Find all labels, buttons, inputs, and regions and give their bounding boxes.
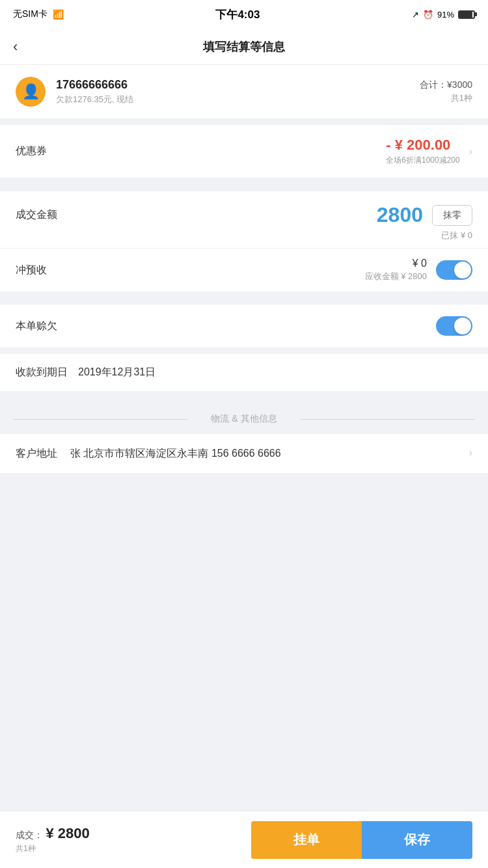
coupon-right: - ¥ 200.00 全场6折满1000减200 › [386, 137, 472, 166]
save-button[interactable]: 保存 [362, 821, 472, 859]
user-debt: 欠款1276.35元, 现结 [56, 94, 133, 105]
battery-text: 91% [437, 10, 454, 20]
total-value: ¥3000 [447, 79, 472, 90]
address-label: 客户地址 [16, 446, 57, 461]
address-value: 张 北京市市辖区海淀区永丰南 156 6666 6666 [70, 446, 463, 461]
deal-amount-row: 成交金额 2800 抹零 [16, 203, 472, 227]
status-bar: 无SIM卡 📶 下午4:03 ↗ ⏰ 91% [0, 0, 488, 29]
bottom-deal-count: 共1种 [16, 843, 251, 854]
deal-amount-value: 2800 [377, 203, 423, 227]
back-button[interactable]: ‹ [13, 33, 25, 61]
status-right: ↗ ⏰ 91% [412, 10, 475, 20]
total-count: 共1种 [420, 92, 472, 104]
location-icon: ↗ [412, 10, 419, 20]
user-card: 👤 17666666666 欠款1276.35元, 现结 合计：¥3000 共1… [0, 65, 488, 118]
address-chevron-icon: › [469, 446, 472, 459]
user-total: 合计：¥3000 共1种 [420, 79, 472, 104]
debt-toggle-knob [454, 318, 471, 334]
status-left: 无SIM卡 📶 [13, 8, 64, 20]
prereceive-section: 冲预收 ¥ 0 应收金额 ¥ 2800 [0, 249, 488, 292]
coupon-label: 优惠券 [16, 144, 47, 158]
coupon-row[interactable]: 优惠券 - ¥ 200.00 全场6折满1000减200 › [0, 125, 488, 178]
bottom-bar: 成交： ¥ 2800 共1种 挂单 保存 [0, 811, 488, 868]
user-phone: 17666666666 [56, 78, 133, 92]
deal-amount-section: 成交金额 2800 抹零 已抹 ¥ 0 [0, 191, 488, 248]
bottom-deal-label: 成交： [16, 830, 43, 840]
section-divider-2 [0, 298, 488, 305]
page-title: 填写结算等信息 [203, 39, 285, 55]
debt-label: 本单赊欠 [16, 319, 57, 333]
address-section[interactable]: 客户地址 张 北京市市辖区海淀区永丰南 156 6666 6666 › [0, 434, 488, 473]
duedate-label: 收款到期日 [16, 366, 68, 379]
hang-button[interactable]: 挂单 [251, 821, 362, 859]
carrier-text: 无SIM卡 [13, 8, 47, 20]
round-button[interactable]: 抹零 [432, 205, 472, 226]
prereceive-receivable: 应收金额 ¥ 2800 [365, 271, 427, 282]
deal-amount-label: 成交金额 [16, 208, 57, 222]
prereceive-amount-area: ¥ 0 应收金额 ¥ 2800 [365, 258, 427, 282]
user-info: 17666666666 欠款1276.35元, 现结 [56, 78, 133, 105]
debt-toggle[interactable] [436, 316, 472, 336]
coupon-amount: - ¥ 200.00 [386, 137, 459, 154]
section-divider-3 [0, 398, 488, 404]
logistics-divider: 物流 & 其他信息 [0, 404, 488, 434]
gray-empty-area [0, 473, 488, 603]
content-area: 👤 17666666666 欠款1276.35元, 现结 合计：¥3000 共1… [0, 65, 488, 668]
debt-section: 本单赊欠 [0, 305, 488, 347]
chevron-right-icon: › [469, 146, 472, 157]
logistics-text: 物流 & 其他信息 [211, 413, 277, 425]
nav-bar: ‹ 填写结算等信息 [0, 29, 488, 65]
logistics-line-left [13, 419, 187, 420]
toggle-knob [454, 262, 471, 278]
prereceive-amount: ¥ 0 [365, 258, 427, 269]
deal-sub-text: 已抹 ¥ 0 [16, 230, 472, 241]
avatar-icon: 👤 [22, 83, 40, 100]
logistics-line-right [301, 419, 475, 420]
prereceive-right: ¥ 0 应收金额 ¥ 2800 [365, 258, 472, 282]
avatar: 👤 [16, 77, 46, 107]
prereceive-toggle[interactable] [436, 260, 472, 280]
coupon-detail: 全场6折满1000减200 [386, 155, 459, 166]
battery-icon [458, 10, 475, 19]
section-divider-1 [0, 178, 488, 185]
prereceive-label: 冲预收 [16, 264, 47, 277]
bottom-buttons: 挂单 保存 [251, 821, 472, 859]
total-label: 合计：¥3000 [420, 79, 472, 91]
deal-amount-area: 2800 抹零 [377, 203, 472, 227]
duedate-section: 收款到期日 2019年12月31日 [0, 354, 488, 391]
bottom-deal-info: 成交： ¥ 2800 共1种 [16, 825, 251, 854]
duedate-value: 2019年12月31日 [78, 366, 156, 379]
wifi-icon: 📶 [53, 9, 64, 20]
user-left: 👤 17666666666 欠款1276.35元, 现结 [16, 77, 133, 107]
bottom-deal-amount: ¥ 2800 [46, 825, 89, 841]
alarm-icon: ⏰ [423, 10, 433, 20]
bottom-deal-label-row: 成交： ¥ 2800 [16, 825, 251, 842]
status-time: 下午4:03 [215, 7, 260, 22]
